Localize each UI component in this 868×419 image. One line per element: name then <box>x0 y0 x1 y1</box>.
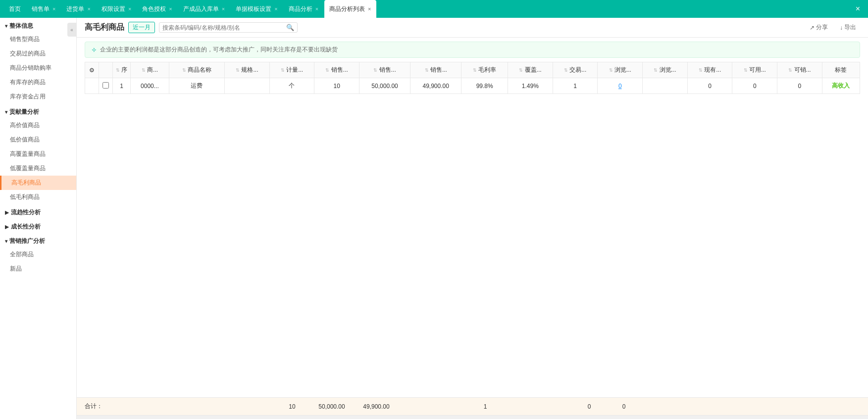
footer-trade: 1 <box>468 403 503 410</box>
cell-sales-amount: 50,000.00 <box>359 78 410 94</box>
sidebar-item-sales-products[interactable]: 销售型商品 <box>0 32 76 47</box>
table-container: ⚙ ⇅ 序 ⇅ 商... ⇅ 商品名称 ⇅ 规格... ⇅ 计量... ⇅ 销售… <box>77 62 868 397</box>
col-settings[interactable]: ⚙ <box>85 62 99 78</box>
col-browse1[interactable]: ⇅ 浏览... <box>598 62 643 78</box>
cell-browse1[interactable]: 0 <box>598 78 643 94</box>
arrow-trend-icon: ▶ <box>5 210 9 215</box>
search-icon[interactable]: 🔍 <box>286 24 294 31</box>
cell-saleable: 0 <box>777 78 822 94</box>
page-title: 高毛利商品 <box>85 22 124 33</box>
cell-browse2 <box>643 78 688 94</box>
search-input[interactable] <box>162 24 286 31</box>
sidebar-group-growth[interactable]: ▶ 成长性分析 <box>0 219 76 233</box>
tab-roles[interactable]: 角色授权 × <box>137 0 177 18</box>
sidebar-item-high-margin[interactable]: 高毛利商品 <box>0 176 76 190</box>
sidebar-item-all-products[interactable]: 全部商品 <box>0 247 76 262</box>
cell-tag: 高收入 <box>822 78 860 94</box>
cell-current-stock: 0 <box>687 78 732 94</box>
footer-sales-qty: 10 <box>275 403 309 410</box>
col-product-name[interactable]: ⇅ 商品名称 <box>169 62 224 78</box>
sidebar-item-in-stock[interactable]: 有库存的商品 <box>0 75 76 90</box>
sidebar-item-new-products[interactable]: 新品 <box>0 262 76 276</box>
col-sales-amount[interactable]: ⇅ 销售... <box>359 62 410 78</box>
close-sales-order[interactable]: × <box>52 6 55 12</box>
footer-available: 0 <box>607 403 641 410</box>
col-spec[interactable]: ⇅ 规格... <box>224 62 269 78</box>
info-banner: ✧ 企业的主要的利润都是这部分商品创造的，可考虑加大推广，同时关注库存是不要出现… <box>85 42 860 58</box>
col-unit[interactable]: ⇅ 计量... <box>269 62 314 78</box>
cell-coverage: 1.49% <box>508 78 553 94</box>
sidebar-item-high-coverage[interactable]: 高覆盖量商品 <box>0 147 76 161</box>
cell-sku-code: 0000... <box>131 78 169 94</box>
sidebar-item-capital-occupation[interactable]: 库存资金占用 <box>0 90 76 104</box>
col-browse2[interactable]: ⇅ 浏览... <box>643 62 688 78</box>
search-box: 🔍 <box>159 22 298 33</box>
tab-permissions[interactable]: 权限设置 × <box>97 0 136 18</box>
sidebar-group-marketing[interactable]: ▾ 营销推广分析 <box>0 233 76 247</box>
cell-trade: 1 <box>553 78 598 94</box>
sidebar-group-contribution[interactable]: ▾ 贡献量分析 <box>0 104 76 118</box>
sidebar-item-traded-products[interactable]: 交易过的商品 <box>0 47 76 61</box>
arrow-growth-icon: ▶ <box>5 224 9 230</box>
col-saleable[interactable]: ⇅ 可销... <box>777 62 822 78</box>
col-tag: 标签 <box>822 62 860 78</box>
sidebar-item-low-coverage[interactable]: 低覆盖量商品 <box>0 161 76 176</box>
col-coverage[interactable]: ⇅ 覆盖... <box>508 62 553 78</box>
col-current-stock[interactable]: ⇅ 现有... <box>687 62 732 78</box>
footer-current-stock: 0 <box>572 403 607 410</box>
col-num: ⇅ 序 <box>113 62 131 78</box>
filter-last-month-button[interactable]: 近一月 <box>128 22 155 33</box>
sidebar-group-trend[interactable]: ▶ 流趋性分析 <box>0 204 76 219</box>
col-sales-cost[interactable]: ⇅ 销售... <box>410 62 461 78</box>
tab-home[interactable]: 首页 <box>4 0 26 18</box>
col-trade[interactable]: ⇅ 交易... <box>553 62 598 78</box>
content-header: 高毛利商品 近一月 🔍 ↗ 分享 ↓ 导出 <box>77 18 868 38</box>
col-sku-code[interactable]: ⇅ 商... <box>131 62 169 78</box>
data-table: ⚙ ⇅ 序 ⇅ 商... ⇅ 商品名称 ⇅ 规格... ⇅ 计量... ⇅ 销售… <box>85 62 860 94</box>
cell-checkbox[interactable] <box>99 78 113 94</box>
tab-sales-order[interactable]: 销售单 × <box>27 0 60 18</box>
col-sales-qty[interactable]: ⇅ 销售... <box>314 62 359 78</box>
close-all-button[interactable]: × <box>852 4 864 13</box>
table-row[interactable]: 1 0000... 运费 个 10 50,000.00 49,900.00 99… <box>85 78 860 94</box>
sidebar: « ▾ 整体信息 销售型商品 交易过的商品 商品分销助购率 有库存的商品 库存资… <box>0 18 77 419</box>
close-product-analysis-list[interactable]: × <box>368 6 371 12</box>
footer-label: 合计： <box>85 402 124 411</box>
close-permissions[interactable]: × <box>128 6 131 12</box>
cell-gross-margin: 99.8% <box>461 78 508 94</box>
sidebar-item-low-value[interactable]: 低价值商品 <box>0 133 76 147</box>
col-gross-margin[interactable]: ⇅ 毛利率 <box>461 62 508 78</box>
table-header-row: ⚙ ⇅ 序 ⇅ 商... ⇅ 商品名称 ⇅ 规格... ⇅ 计量... ⇅ 销售… <box>85 62 860 78</box>
col-available[interactable]: ⇅ 可用... <box>732 62 777 78</box>
arrow-contribution-icon: ▾ <box>5 109 7 115</box>
tab-template[interactable]: 单据模板设置 × <box>231 0 282 18</box>
sidebar-collapse-button[interactable]: « <box>67 23 76 37</box>
sidebar-group-overall[interactable]: ▾ 整体信息 <box>0 18 76 32</box>
sidebar-item-distribution-rate[interactable]: 商品分销助购率 <box>0 61 76 75</box>
close-template[interactable]: × <box>274 6 277 12</box>
tab-product-analysis-list[interactable]: 商品分析列表 × <box>324 0 376 18</box>
topbar: 首页 销售单 × 进货单 × 权限设置 × 角色授权 × 产成品入库单 × 单据… <box>0 0 868 18</box>
cell-spec <box>224 78 269 94</box>
cell-unit: 个 <box>269 78 314 94</box>
close-product-analysis[interactable]: × <box>315 6 318 12</box>
close-warehouse[interactable]: × <box>222 6 225 12</box>
close-purchase-order[interactable]: × <box>87 6 90 12</box>
col-checkbox <box>99 62 113 78</box>
info-icon: ✧ <box>91 46 97 54</box>
close-roles[interactable]: × <box>169 6 172 12</box>
tab-warehouse[interactable]: 产成品入库单 × <box>178 0 230 18</box>
cell-sales-qty: 10 <box>314 78 359 94</box>
cell-settings <box>85 78 99 94</box>
tab-product-analysis[interactable]: 商品分析 × <box>284 0 323 18</box>
arrow-marketing-icon: ▾ <box>5 238 7 244</box>
sidebar-item-high-value[interactable]: 高价值商品 <box>0 118 76 133</box>
bottom-scrollbar[interactable] <box>77 415 868 419</box>
footer-sales-amount: 50,000.00 <box>309 403 354 410</box>
header-actions: ↗ 分享 ↓ 导出 <box>806 22 860 33</box>
tab-purchase-order[interactable]: 进货单 × <box>61 0 95 18</box>
share-button[interactable]: ↗ 分享 <box>806 22 832 33</box>
arrow-overall-icon: ▾ <box>5 23 7 29</box>
export-button[interactable]: ↓ 导出 <box>836 22 860 33</box>
sidebar-item-low-margin[interactable]: 低毛利商品 <box>0 190 76 204</box>
